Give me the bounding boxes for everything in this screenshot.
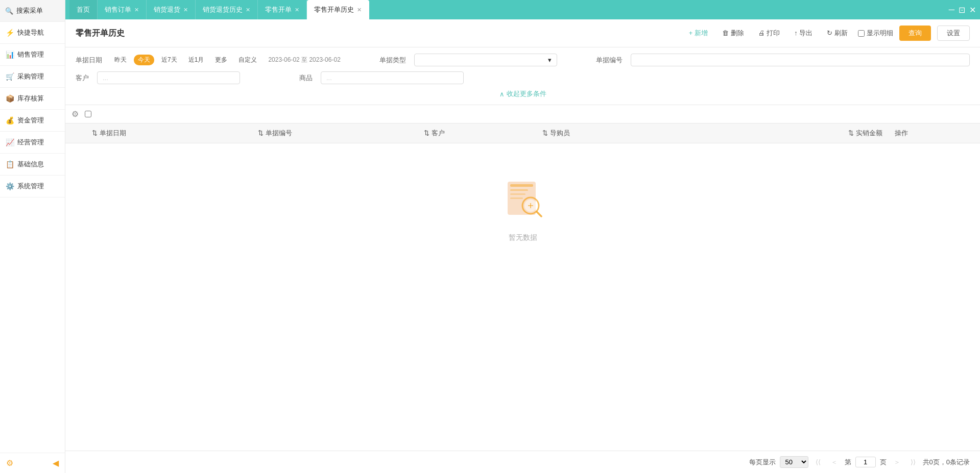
tab-close-retail-open[interactable]: ✕ [295,7,299,13]
goods-select[interactable]: ... [321,71,464,84]
date-btn-more[interactable]: 更多 [211,55,231,65]
order-num-label: 单据编号 [596,56,623,65]
col-amount[interactable]: ⇅ 实销金额 [723,123,889,143]
col-date[interactable]: ⇅ 单据日期 [86,123,252,143]
tab-sales-order-label: 销售订单 [105,5,131,14]
current-page-input[interactable] [855,457,876,467]
filter-area: 单据日期 昨天 今天 近7天 近1月 更多 自定义 2023-06-02 至 2… [65,47,980,105]
empty-text: 暂无数据 [509,233,537,242]
search-label: 搜索采单 [16,6,43,15]
tab-close-sales-return[interactable]: ✕ [183,7,188,13]
date-btn-7days[interactable]: 近7天 [157,55,181,65]
tab-sales-return-history[interactable]: 销货退货历史 ✕ [196,0,258,19]
date-btn-today[interactable]: 今天 [134,55,154,65]
tab-retail-open[interactable]: 零售开单 ✕ [258,0,307,19]
next-page-btn[interactable]: ＞ [891,457,903,468]
filter-row-1: 单据日期 昨天 今天 近7天 近1月 更多 自定义 2023-06-02 至 2… [76,54,970,66]
per-page-label: 每页显示 [749,458,776,467]
sidebar-item-operations[interactable]: 📈 经营管理 [0,132,65,154]
refresh-button[interactable]: ↻ 刷新 [823,27,852,40]
system-icon: ⚙️ [5,182,14,191]
sidebar-item-label: 资金管理 [17,116,44,125]
col-checkbox [65,123,86,143]
main-content: 首页 销售订单 ✕ 销货退货 ✕ 销货退货历史 ✕ 零售开单 ✕ 零售开单历史 … [65,0,980,473]
data-table: ⇅ 单据日期 ⇅ 单据编号 ⇅ 客户 ⇅ 导购员 [65,123,980,143]
collapse-row: ∧ 收起更多条件 [76,89,970,98]
last-page-btn[interactable]: ⟩⟩ [907,457,919,467]
query-button[interactable]: 查询 [899,26,931,41]
display-detail-checkbox[interactable]: 显示明细 [858,29,893,38]
purchase-icon: 🛒 [5,72,14,81]
col-guide[interactable]: ⇅ 导购员 [536,123,678,143]
date-btn-custom[interactable]: 自定义 [234,55,261,65]
page-actions: + 新增 🗑 删除 🖨 打印 ↑ 导出 ↻ 刷新 显示明细 查询 设置 [685,26,970,41]
tab-retail-open-history[interactable]: 零售开单历史 ✕ [307,0,369,19]
page-title: 零售开单历史 [76,28,125,39]
collapse-sidebar-icon[interactable]: ◀ [53,458,59,468]
collapse-icon: ∧ [499,90,505,98]
settings-icon[interactable]: ⚙ [6,458,13,468]
print-button[interactable]: 🖨 打印 [754,27,784,40]
customer-select[interactable]: ... [97,71,240,84]
first-page-btn[interactable]: ⟨⟨ [812,457,824,467]
col-date-label: ⇅ 单据日期 [92,129,126,137]
sidebar-item-label: 库存核算 [17,94,44,103]
table-wrap: ⇅ 单据日期 ⇅ 单据编号 ⇅ 客户 ⇅ 导购员 [65,123,980,451]
per-page-select[interactable]: 10 20 50 100 [780,456,808,468]
table-settings-icon[interactable]: ⚙ [71,109,79,119]
prev-page-btn[interactable]: ＜ [828,457,841,468]
tab-close-sales-return-history[interactable]: ✕ [246,7,250,13]
sidebar-bottom: ⚙ ◀ [0,453,65,473]
sidebar-item-finance[interactable]: 💰 资金管理 [0,110,65,132]
display-detail-input[interactable] [858,30,865,37]
export-button[interactable]: ↑ 导出 [790,27,817,40]
date-buttons: 昨天 今天 近7天 近1月 更多 自定义 2023-06-02 至 2023-0… [110,55,341,65]
tab-sales-return[interactable]: 销货退货 ✕ [147,0,196,19]
operations-icon: 📈 [5,138,14,147]
date-btn-1month[interactable]: 近1月 [184,55,208,65]
order-num-input[interactable] [631,54,970,66]
filter-row-2: 客户 ... 商品 ... [76,71,970,84]
pagination: 每页显示 10 20 50 100 ⟨⟨ ＜ 第 页 ＞ ⟩⟩ 共0页，0条记录 [65,451,980,473]
svg-rect-2 [510,189,528,191]
collapse-label: 收起更多条件 [507,89,546,98]
sidebar-item-label: 快捷导航 [17,28,44,37]
tab-sales-order[interactable]: 销售订单 ✕ [98,0,147,19]
select-all-checkbox[interactable] [85,111,91,117]
add-button[interactable]: + 新增 [685,27,712,40]
content-area: 零售开单历史 + 新增 🗑 删除 🖨 打印 ↑ 导出 ↻ 刷新 显示明细 查询 … [65,19,980,473]
tab-home[interactable]: 首页 [69,0,98,19]
sidebar-item-sales-mgmt[interactable]: 📊 销售管理 [0,44,65,66]
type-dropdown-icon: ▾ [548,56,552,64]
goods-ellipsis: ... [326,74,332,82]
display-detail-label: 显示明细 [867,29,893,38]
col-amount-label: ⇅ 实销金额 [848,129,882,137]
set-button[interactable]: 设置 [937,26,970,41]
search-menu-item[interactable]: 🔍 搜索采单 [0,0,65,22]
tab-retail-open-label: 零售开单 [265,5,292,14]
empty-state: 暂无数据 [65,143,980,273]
col-order-num[interactable]: ⇅ 单据编号 [252,123,418,143]
col-order-num-label: ⇅ 单据编号 [258,129,292,137]
quick-nav-icon: ⚡ [5,28,14,37]
sidebar-item-inventory[interactable]: 📦 库存核算 [0,88,65,110]
sidebar-item-basic-info[interactable]: 📋 基础信息 [0,154,65,176]
table-head: ⇅ 单据日期 ⇅ 单据编号 ⇅ 客户 ⇅ 导购员 [65,123,980,143]
date-btn-yesterday[interactable]: 昨天 [110,55,131,65]
sidebar-item-quick-nav[interactable]: ⚡ 快捷导航 [0,22,65,44]
restore-btn[interactable]: ⊡ [959,5,965,15]
sales-icon: 📊 [5,50,14,59]
minimize-btn[interactable]: ─ [949,5,954,14]
customer-ellipsis: ... [103,74,108,82]
date-range: 2023-06-02 至 2023-06-02 [268,56,340,64]
sidebar-item-system-mgmt[interactable]: ⚙️ 系统管理 [0,176,65,197]
sidebar-item-purchase-mgmt[interactable]: 🛒 采购管理 [0,66,65,88]
delete-button[interactable]: 🗑 删除 [718,27,748,40]
collapse-btn[interactable]: ∧ 收起更多条件 [499,89,546,98]
tab-close-retail-open-history[interactable]: ✕ [357,7,362,13]
customer-label: 客户 [76,73,89,83]
type-select[interactable]: ▾ [414,54,557,66]
close-btn[interactable]: ✕ [969,5,976,15]
col-customer[interactable]: ⇅ 客户 [418,123,536,143]
tab-close-sales-order[interactable]: ✕ [134,7,139,13]
